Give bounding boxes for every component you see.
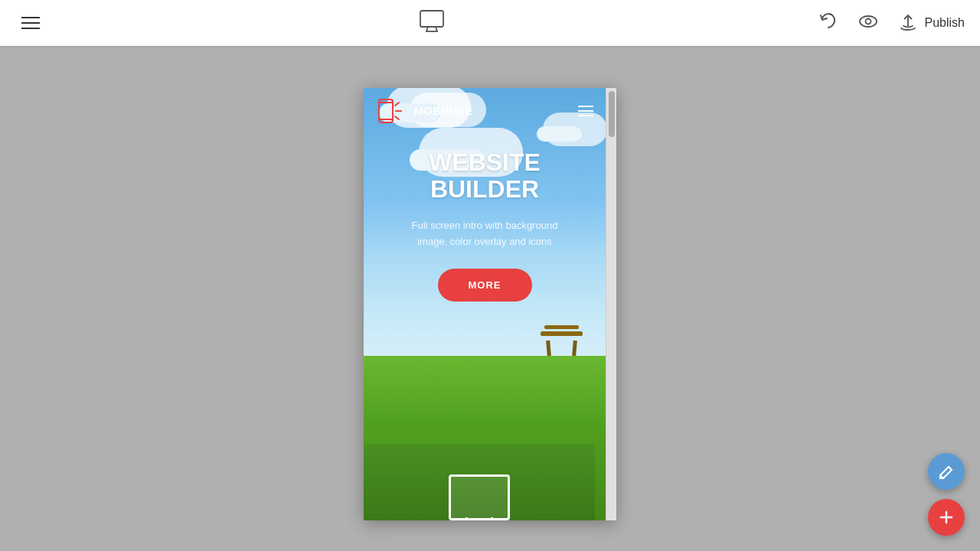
svg-line-1 (426, 27, 428, 31)
preview-frame-wrapper: MOBIRISE WEBSITE BUILDER Full screen int… (364, 88, 616, 520)
toolbar-right: Publish (818, 11, 965, 35)
svg-rect-0 (420, 11, 443, 27)
svg-line-2 (436, 27, 437, 31)
svg-point-4 (860, 16, 877, 27)
canvas-area: MOBIRISE WEBSITE BUILDER Full screen int… (0, 46, 980, 551)
hero-title: WEBSITE BUILDER (429, 149, 541, 203)
fab-add-button[interactable] (928, 499, 965, 536)
preview-scrollbar[interactable] (606, 88, 616, 520)
svg-line-12 (949, 467, 952, 470)
toolbar: Publish (0, 0, 980, 46)
monitor-icon[interactable] (418, 8, 446, 38)
bench-decoration (541, 325, 583, 356)
scrollbar-thumb (609, 91, 615, 137)
monitor-preview-decoration (449, 474, 510, 520)
hero-subtitle: Full screen intro with background image,… (400, 218, 569, 250)
bottom-section (364, 444, 595, 520)
preview-logo-text: MOBIRISE (414, 105, 473, 117)
preview-inner: MOBIRISE WEBSITE BUILDER Full screen int… (364, 88, 616, 520)
svg-line-9 (395, 103, 399, 106)
toolbar-left (15, 11, 46, 35)
preview-button[interactable] (858, 11, 879, 35)
publish-button[interactable]: Publish (897, 12, 965, 34)
preview-nav: MOBIRISE (364, 88, 606, 134)
hero-cta-button[interactable]: MORE (438, 269, 532, 302)
svg-line-11 (395, 116, 399, 119)
toolbar-center (418, 8, 446, 38)
hero-content: WEBSITE BUILDER Full screen intro with b… (364, 134, 606, 302)
publish-label: Publish (925, 16, 965, 30)
mobirise-logo-icon (376, 95, 408, 127)
fab-edit-button[interactable] (928, 453, 965, 490)
hamburger-menu-button[interactable] (15, 11, 46, 35)
undo-button[interactable] (818, 11, 839, 35)
svg-point-5 (865, 19, 871, 24)
edit-icon (938, 463, 955, 480)
preview-nav-menu[interactable] (578, 106, 593, 116)
add-icon (938, 509, 955, 526)
preview-frame: MOBIRISE WEBSITE BUILDER Full screen int… (364, 88, 616, 520)
preview-logo: MOBIRISE (376, 95, 473, 127)
